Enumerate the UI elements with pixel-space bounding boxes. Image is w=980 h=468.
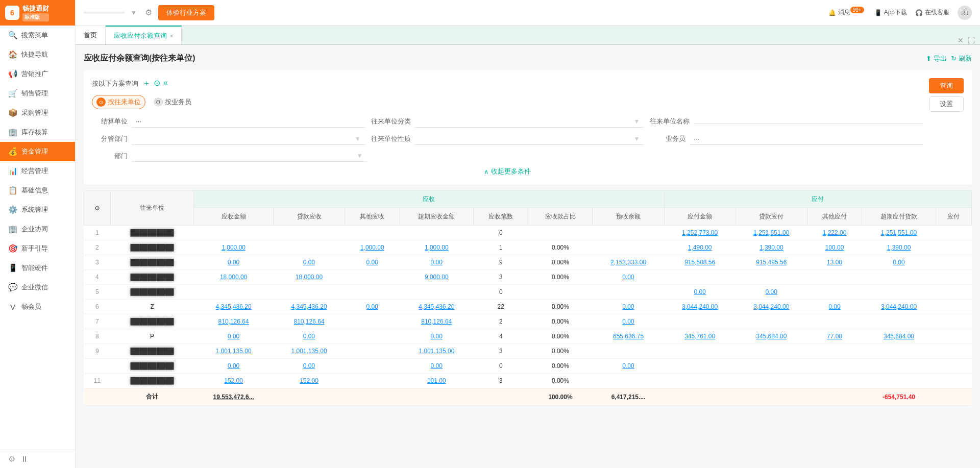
data-cell[interactable]: 810,126.64 — [194, 314, 274, 329]
tab-close-icon[interactable]: × — [170, 33, 173, 39]
sidebar-item-enterprise[interactable]: 🏢 企业协同 — [0, 219, 75, 239]
footer-receivable-amount[interactable]: 19,553,472,6... — [194, 388, 274, 406]
settlement-unit-input[interactable]: ··· — [132, 115, 365, 128]
settings-icon[interactable]: ⚙ — [8, 454, 15, 464]
partner-category-select[interactable]: ▼ — [415, 116, 644, 128]
refresh-button[interactable]: ↻ 刷新 — [951, 54, 972, 63]
sidebar-item-quicknav[interactable]: 🏠 快捷导航 — [0, 45, 75, 64]
data-cell[interactable]: 18,000.00 — [273, 270, 345, 285]
collapse-btn[interactable]: ∧ 收起更多条件 — [92, 167, 923, 176]
data-cell[interactable]: 1,001,135.00 — [400, 344, 474, 359]
data-cell[interactable]: 0.00 — [593, 300, 664, 314]
data-cell[interactable]: 1,390.00 — [862, 240, 936, 255]
sidebar-item-purchase[interactable]: 📦 采购管理 — [0, 103, 75, 122]
collapse-icon[interactable]: ⏸ — [20, 455, 29, 464]
data-cell[interactable]: 0.00 — [862, 255, 936, 270]
option-by-salesperson[interactable]: ⏱ 按业务员 — [150, 95, 195, 109]
data-cell[interactable]: 1,001,135.00 — [194, 344, 274, 359]
user-avatar[interactable]: Rit — [958, 6, 972, 20]
data-cell[interactable]: 810,126.64 — [400, 314, 474, 329]
data-cell[interactable]: 0.00 — [273, 255, 345, 270]
data-cell[interactable]: 1,000.00 — [400, 240, 474, 255]
data-cell[interactable]: 0.00 — [593, 359, 664, 374]
topbar-gear-icon[interactable]: ⚙ — [145, 8, 152, 17]
data-cell[interactable]: 1,000.00 — [194, 240, 274, 255]
data-cell[interactable]: 0.00 — [345, 300, 400, 314]
tab-home[interactable]: 首页 — [76, 26, 106, 44]
data-cell[interactable]: 0.00 — [593, 270, 664, 285]
tab-balance-query[interactable]: 应收应付余额查询 × — [106, 26, 182, 44]
data-cell[interactable]: 101.00 — [400, 374, 474, 388]
dept-select[interactable]: ▼ — [132, 133, 365, 145]
col-settings-header[interactable]: ⚙ — [84, 191, 111, 226]
sidebar-item-sales[interactable]: 🛒 销售管理 — [0, 84, 75, 103]
data-cell[interactable]: 18,000.00 — [194, 270, 274, 285]
data-cell[interactable]: 1,001,135.00 — [273, 344, 345, 359]
online-service-item[interactable]: 🎧 在线客服 — [915, 8, 949, 17]
expand-icon[interactable]: ⛶ — [968, 36, 975, 44]
data-cell[interactable]: 0.00 — [194, 329, 274, 344]
data-cell[interactable]: 1,390.00 — [736, 240, 807, 255]
data-cell[interactable]: 4,345,436.20 — [194, 300, 274, 314]
data-cell[interactable]: 0.00 — [273, 329, 345, 344]
data-cell[interactable]: 345,684.00 — [736, 329, 807, 344]
data-cell[interactable]: 915,495.56 — [736, 255, 807, 270]
sidebar-item-hardware[interactable]: 📱 智能硬件 — [0, 258, 75, 278]
edit-scheme-btn[interactable]: ⊙ — [154, 78, 160, 89]
partner-nature-select[interactable]: ▼ — [415, 133, 644, 145]
data-cell[interactable]: 100.00 — [807, 240, 862, 255]
close-window-icon[interactable]: ✕ — [958, 36, 964, 44]
data-cell[interactable]: 13.00 — [807, 255, 862, 270]
sidebar-item-wechat[interactable]: 💬 企业微信 — [0, 278, 75, 297]
data-cell[interactable]: 0.00 — [400, 255, 474, 270]
data-cell[interactable]: 0.00 — [400, 359, 474, 374]
data-cell[interactable]: 345,684.00 — [862, 329, 936, 344]
sidebar-item-search[interactable]: 🔍 搜索菜单 — [0, 26, 75, 45]
data-cell[interactable]: 4,345,436.20 — [400, 300, 474, 314]
data-cell[interactable]: 1,251,551.00 — [736, 226, 807, 240]
data-cell[interactable]: 1,252,773.00 — [664, 226, 736, 240]
data-cell[interactable]: 0.00 — [664, 285, 736, 300]
data-cell[interactable]: 0.00 — [194, 255, 274, 270]
data-cell[interactable]: 655,636.75 — [593, 329, 664, 344]
data-cell[interactable]: 1,222.00 — [807, 226, 862, 240]
export-button[interactable]: ⬆ 导出 — [926, 54, 947, 63]
data-cell[interactable]: 4,345,436.20 — [273, 300, 345, 314]
data-cell[interactable]: 1,000.00 — [345, 240, 400, 255]
data-cell[interactable]: 0.00 — [345, 255, 400, 270]
data-cell[interactable]: 1,490.00 — [664, 240, 736, 255]
data-cell[interactable]: 915,508.56 — [664, 255, 736, 270]
notification-item[interactable]: 🔔 消息 99+ — [828, 8, 866, 17]
app-download-item[interactable]: 📱 App下载 — [874, 8, 907, 17]
settings-button[interactable]: 设置 — [929, 96, 964, 112]
add-scheme-btn[interactable]: ＋ — [142, 78, 151, 89]
data-cell[interactable]: 77.00 — [807, 329, 862, 344]
sidebar-item-marketing[interactable]: 📢 营销推广 — [0, 64, 75, 84]
data-cell[interactable]: 3,044,240.00 — [736, 300, 807, 314]
data-cell[interactable]: 1,251,551.00 — [862, 226, 936, 240]
data-cell[interactable]: 9,000.00 — [400, 270, 474, 285]
data-cell[interactable]: 152.00 — [273, 374, 345, 388]
data-cell[interactable]: 2,153,333.00 — [593, 255, 664, 270]
data-cell[interactable]: 152.00 — [194, 374, 274, 388]
data-cell[interactable]: 0.00 — [194, 359, 274, 374]
topbar-down-icon[interactable]: ▼ — [131, 9, 137, 16]
promo-button[interactable]: 体验行业方案 — [158, 5, 214, 20]
query-button[interactable]: 查询 — [929, 78, 964, 93]
option-by-partner[interactable]: ⊙ 按往来单位 — [92, 95, 145, 109]
salesperson-input[interactable]: ··· — [690, 133, 923, 145]
data-cell[interactable]: 0.00 — [273, 359, 345, 374]
dept2-select[interactable]: ▼ — [132, 150, 367, 162]
data-cell[interactable]: 3,044,240.00 — [862, 300, 936, 314]
sidebar-item-system[interactable]: ⚙️ 系统管理 — [0, 200, 75, 219]
sidebar-item-finance[interactable]: 💰 资金管理 — [0, 142, 75, 161]
data-cell[interactable]: 810,126.64 — [273, 314, 345, 329]
sidebar-item-basic[interactable]: 📋 基础信息 — [0, 181, 75, 200]
sidebar-item-inventory[interactable]: 🏢 库存核算 — [0, 122, 75, 142]
data-cell[interactable]: 0.00 — [736, 285, 807, 300]
data-cell[interactable]: 345,761.00 — [664, 329, 736, 344]
data-cell[interactable]: 3,044,240.00 — [664, 300, 736, 314]
data-cell[interactable]: 0.00 — [400, 329, 474, 344]
sidebar-item-guide[interactable]: 🎯 新手引导 — [0, 239, 75, 258]
sidebar-item-member[interactable]: V 畅会员 — [0, 297, 75, 316]
